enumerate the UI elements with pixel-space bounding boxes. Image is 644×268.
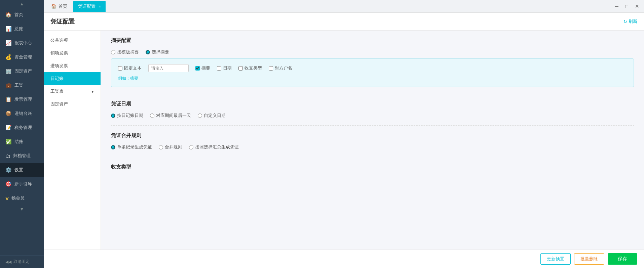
tab-bar: 🏠 首页 凭证配置 × ─ □ ✕ bbox=[44, 0, 644, 13]
left-nav: 公共选项 销项发票 进项发票 日记账 工资表 ▾ 固定资产 bbox=[44, 31, 101, 250]
sidebar-item-invoice[interactable]: 📋 发票管理 bbox=[0, 92, 44, 106]
counterparty-checkbox[interactable]: 对方户名 bbox=[269, 65, 292, 71]
voucher-merge-title: 凭证合并规则 bbox=[111, 132, 634, 139]
voucher-merge-section: 凭证合并规则 单条记录生成凭证 合并规则 按照选择汇总生成凭证 bbox=[111, 132, 634, 150]
vip-icon: V bbox=[5, 195, 9, 201]
general-ledger-icon: 📊 bbox=[5, 26, 12, 32]
window-close-button[interactable]: ✕ bbox=[633, 3, 641, 10]
abstract-checkboxes: 固定文本 摘要 日期 收支类型 bbox=[118, 64, 627, 72]
sidebar-item-home[interactable]: 🏠 首页 bbox=[0, 8, 44, 22]
left-nav-payroll-sheet[interactable]: 工资表 ▾ bbox=[44, 85, 101, 98]
left-nav-fixed-assets[interactable]: 固定资产 bbox=[44, 98, 101, 110]
sidebar-item-checkout[interactable]: ✅ 结账 bbox=[0, 135, 44, 149]
page-header: 凭证配置 ↻ 刷新 bbox=[44, 13, 644, 31]
custom-date-radio[interactable]: 自定义日期 bbox=[198, 113, 226, 119]
page-title: 凭证配置 bbox=[50, 17, 75, 26]
save-button[interactable]: 保存 bbox=[608, 253, 637, 265]
pin-icon: ◀◀ bbox=[5, 260, 11, 264]
sidebar-item-tax[interactable]: 📝 税务管理 bbox=[0, 121, 44, 135]
voucher-date-title: 凭证日期 bbox=[111, 101, 634, 107]
last-day-period-radio[interactable]: 对应期间最后一天 bbox=[150, 113, 191, 119]
expand-arrow-icon: ▾ bbox=[91, 89, 94, 94]
date-checkbox[interactable]: 日期 bbox=[217, 65, 232, 71]
voucher-merge-radio-group: 单条记录生成凭证 合并规则 按照选择汇总生成凭证 bbox=[111, 144, 634, 150]
tab-actions: ─ □ ✕ bbox=[613, 3, 641, 10]
sidebar-item-guide[interactable]: 🎯 新手引导 bbox=[0, 177, 44, 191]
payroll-icon: 💼 bbox=[5, 82, 12, 88]
bottom-bar: 更新预置 批量删除 保存 bbox=[44, 250, 644, 268]
sidebar-item-payroll[interactable]: 💼 工资 bbox=[0, 78, 44, 92]
tab-close-button[interactable]: × bbox=[99, 4, 101, 8]
single-record-radio[interactable]: 单条记录生成凭证 bbox=[111, 144, 152, 150]
income-type-section: 收支类型 bbox=[111, 164, 634, 170]
home-icon: 🏠 bbox=[5, 12, 12, 18]
tax-icon: 📝 bbox=[5, 125, 12, 131]
sidebar-scroll-up[interactable]: ▲ bbox=[0, 0, 44, 8]
report-icon: 📈 bbox=[5, 40, 12, 46]
sidebar-item-archive[interactable]: 🗂 归档管理 bbox=[0, 149, 44, 163]
fixed-assets-icon: 🏢 bbox=[5, 68, 12, 74]
divider-2 bbox=[111, 125, 634, 126]
update-preview-button[interactable]: 更新预置 bbox=[540, 253, 571, 265]
sidebar-item-purchase-sales[interactable]: 📦 进销台账 bbox=[0, 106, 44, 121]
income-type-checkbox[interactable]: 收支类型 bbox=[238, 65, 262, 71]
sidebar-scroll-down[interactable]: ▼ bbox=[0, 205, 44, 213]
voucher-date-section: 凭证日期 按日记账日期 对应期间最后一天 自定义日期 bbox=[111, 101, 634, 119]
content-wrapper: 公共选项 销项发票 进项发票 日记账 工资表 ▾ 固定资产 摘要配置 bbox=[44, 31, 644, 250]
sidebar-item-fixed-assets[interactable]: 🏢 固定资产 bbox=[0, 64, 44, 78]
settings-icon: ⚙️ bbox=[5, 167, 12, 173]
fixed-text-input[interactable] bbox=[148, 64, 189, 72]
income-type-title: 收支类型 bbox=[111, 164, 634, 170]
batch-delete-button[interactable]: 批量删除 bbox=[574, 253, 604, 265]
sidebar-item-report-center[interactable]: 📈 报表中心 bbox=[0, 36, 44, 50]
invoice-icon: 📋 bbox=[5, 96, 12, 102]
refresh-icon: ↻ bbox=[623, 19, 627, 24]
refresh-button[interactable]: ↻ 刷新 bbox=[623, 18, 637, 25]
voucher-date-radio-group: 按日记账日期 对应期间最后一天 自定义日期 bbox=[111, 113, 634, 119]
window-minimize-button[interactable]: ─ bbox=[613, 3, 620, 10]
abstract-example: 例如：摘要 bbox=[118, 76, 627, 81]
by-selection-summary-radio[interactable]: 按照选择汇总生成凭证 bbox=[189, 144, 239, 150]
fund-icon: 💰 bbox=[5, 54, 12, 60]
fixed-text-checkbox[interactable]: 固定文本 bbox=[118, 65, 142, 71]
main-area: 🏠 首页 凭证配置 × ─ □ ✕ 凭证配置 ↻ 刷新 公共选项 销项发票 bbox=[44, 0, 644, 268]
window-maximize-button[interactable]: □ bbox=[623, 3, 630, 10]
divider-1 bbox=[111, 94, 634, 94]
sidebar-unpin-button[interactable]: ◀◀ 取消固定 bbox=[0, 255, 44, 268]
sidebar-item-general-ledger[interactable]: 📊 总账 bbox=[0, 22, 44, 36]
abstract-config-section: 摘要配置 按模版摘要 选择摘要 bbox=[111, 37, 634, 87]
left-nav-purchase-invoice[interactable]: 进项发票 bbox=[44, 59, 101, 72]
divider-3 bbox=[111, 157, 634, 157]
sidebar: ▲ 🏠 首页 📊 总账 📈 报表中心 💰 资金管理 🏢 固定资产 💼 工资 📋 … bbox=[0, 0, 44, 268]
left-nav-journal[interactable]: 日记账 bbox=[44, 72, 101, 85]
abstract-config-title: 摘要配置 bbox=[111, 37, 634, 44]
left-nav-public-options[interactable]: 公共选项 bbox=[44, 34, 101, 47]
merge-rule-radio[interactable]: 合并规则 bbox=[159, 144, 182, 150]
abstract-template-radio[interactable]: 按模版摘要 bbox=[111, 49, 139, 55]
abstract-select-radio[interactable]: 选择摘要 bbox=[146, 49, 169, 55]
by-journal-date-radio[interactable]: 按日记账日期 bbox=[111, 113, 143, 119]
abstract-type-radio-group: 按模版摘要 选择摘要 bbox=[111, 49, 634, 55]
sidebar-item-settings[interactable]: ⚙️ 设置 bbox=[0, 163, 44, 177]
home-tab-icon: 🏠 bbox=[51, 4, 56, 9]
sidebar-item-vip[interactable]: V 畅会员 bbox=[0, 191, 44, 205]
left-nav-sales-invoice[interactable]: 销项发票 bbox=[44, 47, 101, 59]
right-content: 摘要配置 按模版摘要 选择摘要 bbox=[101, 31, 644, 250]
archive-icon: 🗂 bbox=[5, 153, 10, 159]
tab-home[interactable]: 🏠 首页 bbox=[46, 1, 72, 12]
sidebar-item-fund-management[interactable]: 💰 资金管理 bbox=[0, 50, 44, 64]
checkout-icon: ✅ bbox=[5, 139, 12, 145]
guide-icon: 🎯 bbox=[5, 181, 12, 187]
purchase-sales-icon: 📦 bbox=[5, 110, 12, 117]
abstract-checkbox[interactable]: 摘要 bbox=[195, 65, 210, 71]
abstract-config-box: 固定文本 摘要 日期 收支类型 bbox=[111, 58, 634, 87]
tab-voucher-config[interactable]: 凭证配置 × bbox=[73, 1, 106, 12]
